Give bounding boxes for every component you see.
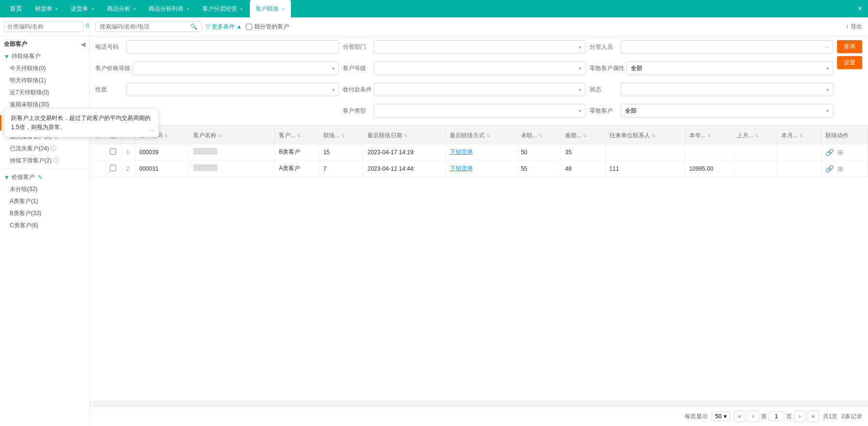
filter-price-level-select[interactable]: ▾ [132,61,339,75]
row1-contact-person [605,144,685,161]
close-product-analysis-icon[interactable]: × [133,6,136,12]
prev-page-btn[interactable]: ‹ [747,411,759,422]
row2-last-contact-method[interactable]: 下销货单 [445,161,517,177]
settings-button[interactable]: 设置 [837,56,862,69]
filter-retail-customer: 零散客户 全部 ▾ [590,104,833,118]
th-contact-count: 联络... ⇅ [319,128,363,144]
sidebar-collapse-icon[interactable]: ◀ [81,41,85,48]
filter-retail-attr-select[interactable]: 全部 ▾ [626,61,833,75]
row1-name [189,144,275,161]
sidebar-item-a-class[interactable]: A类客户(1) [0,195,89,207]
row1-last-contact-method[interactable]: 下销货单 [445,144,517,161]
row2-checkbox [105,161,121,177]
export-btn[interactable]: ↑ 导出 [846,23,862,31]
more-conditions-btn[interactable]: ▽ 更多条件 ▲ [206,23,242,31]
sidebar-item-churned[interactable]: 已流失客户(24) ⓘ [0,143,89,155]
sidebar: 🔍 全部客户 ◀ ▼ 待联络客户 今天待联络(0) 明天待联络(1) 近7天待联… [0,17,90,426]
main-search-input[interactable] [100,23,190,30]
sidebar-all-customers-title[interactable]: 全部客户 ◀ [0,36,89,50]
sidebar-group-value-customers[interactable]: ▼ 价值客户 ✎ [0,171,89,183]
chevron-down-icon-pagesize: ▾ [724,413,727,420]
filter-retail-customer-select[interactable]: 全部 ▾ [621,104,833,118]
th-last-contact-date: 最后联络日期 ⇅ [363,128,445,144]
page-size-select[interactable]: 50 ▾ [712,411,730,421]
th-name: 客户名称 ⇅ [189,128,275,144]
row1-contact-count: 15 [319,144,363,161]
row1-grid-icon[interactable]: ⊞ [838,148,843,156]
th-last-contact-method: 最后联络方式 ⇅ [445,128,517,144]
sort-icon-person: ⇅ [652,133,655,138]
filter-nature-select[interactable]: ▾ [126,83,339,96]
search-icon[interactable]: 🔍 [190,23,198,30]
close-product-analysis-list-icon[interactable]: × [186,6,189,12]
filter-retail-attr: 零散客户属性 全部 ▾ [590,61,833,75]
filter-manager-select[interactable]: ··· [621,40,833,54]
row2-this-year: 10995.00 [685,161,733,177]
filter-phone-input[interactable] [126,40,339,54]
next-page-btn[interactable]: › [794,411,806,422]
nav-home[interactable]: 首页 [4,0,28,17]
data-table: ⚙ 客户编码 ⇅ [90,128,868,177]
nav-customer-contact[interactable]: 客户联络 × [250,0,290,17]
chevron-down-icon-retail: ▾ [826,66,829,71]
nav-product-analysis[interactable]: 商品分析 × [101,0,142,17]
arrow-down-icon: ▼ [4,53,10,60]
sort-icon-year: ⇅ [707,133,711,138]
row2-link-icon[interactable]: 🔗 [825,165,834,173]
nav-product-analysis-list[interactable]: 商品分析列表 × [143,0,195,17]
last-page-btn[interactable]: » [807,411,819,422]
search-input-wrap: 🔍 [95,21,202,32]
row2-select[interactable] [110,165,116,171]
nav-customer-stratify[interactable]: 客户分层经营 × [197,0,249,17]
sidebar-item-ungrouped[interactable]: 未分组(32) [0,183,89,195]
nav-purchase-order[interactable]: 进货单 × [65,0,100,17]
sidebar-item-7day-contact[interactable]: 近7天待联络(0) [0,87,89,99]
row1-code: 000039 [135,144,189,161]
th-this-year: 本年... ⇅ [685,128,733,144]
chevron-down-icon-dept: ▾ [579,44,581,50]
sort-icon-overdue: ⇅ [583,133,587,138]
row1-select[interactable] [110,148,116,155]
sidebar-group-pending-contact[interactable]: ▼ 待联络客户 [0,50,89,62]
row1-this-year [685,144,733,161]
row1-link-icon[interactable]: 🔗 [825,148,834,156]
filter-payment-select[interactable]: ▾ [374,83,586,96]
sidebar-search-input[interactable] [4,21,83,32]
my-customers-checkbox[interactable] [246,24,252,30]
filter-customer-level-select[interactable]: ▾ [374,61,586,75]
row2-overdue: 48 [561,161,605,177]
first-page-btn[interactable]: « [734,411,746,422]
query-button[interactable]: 查询 [837,40,862,53]
page-number-input[interactable] [769,411,784,421]
sidebar-search-icon[interactable]: 🔍 [85,23,90,30]
filter-dept-select[interactable]: ▾ [374,40,586,54]
sidebar-item-today-contact[interactable]: 今天待联络(0) [0,62,89,74]
close-customer-contact-icon[interactable]: × [282,6,285,12]
sidebar-item-tomorrow-contact[interactable]: 明天待联络(1) [0,74,89,87]
th-no-contact: 未联... ⇅ [517,128,561,144]
nav-sales-order[interactable]: 销货单 × [29,0,64,17]
sidebar-search-area: 🔍 [0,17,89,36]
sidebar-item-declining[interactable]: 持续下滑客户(2) ⓘ [0,155,89,167]
row2-contact-count: 7 [319,161,363,177]
tooltip-popup: 距客户上次交易时长，超过了此客户的平均交易周期的1.5倍，则视为异常。 [4,108,90,137]
filter-payment: 收付款条件 ▾ [343,83,586,96]
close-purchase-order-icon[interactable]: × [91,6,94,12]
close-customer-stratify-icon[interactable]: × [240,6,243,12]
horizontal-scrollbar[interactable] [90,400,868,406]
sidebar-item-c-class[interactable]: C类客户(6) [0,220,89,232]
sort-icon-contact: ⇅ [341,133,345,138]
close-sales-order-icon[interactable]: × [55,6,58,12]
filter-customer-type-select[interactable]: ▾ [374,104,586,118]
filter-status-select[interactable]: ▾ [621,83,833,96]
edit-icon-value-group[interactable]: ✎ [38,174,43,181]
sidebar-item-b-class[interactable]: B类客户(33) [0,207,89,220]
row2-grid-icon[interactable]: ⊞ [838,165,843,173]
sort-icon-no-contact: ⇅ [539,133,543,138]
window-close-icon[interactable]: × [858,4,862,13]
filter-status: 状态 ▾ [590,83,833,96]
filter-icon: ▽ [206,23,210,30]
chevron-down-icon-status: ▾ [826,87,829,92]
filter-customer-type: 客户类型 ▾ [343,104,586,118]
total-pages: 共1页 [823,412,838,421]
